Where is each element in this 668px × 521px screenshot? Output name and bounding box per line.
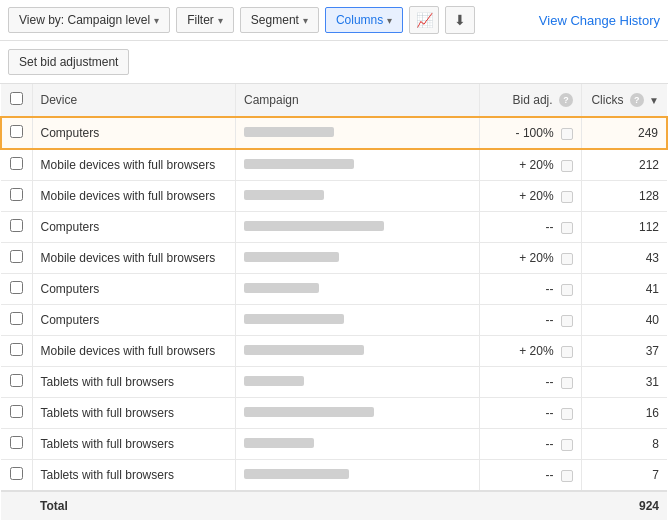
footer-label-cell: Total (32, 491, 235, 520)
row-checkbox[interactable] (10, 467, 23, 480)
select-all-checkbox[interactable] (10, 92, 23, 105)
bid-edit-icon[interactable] (561, 377, 573, 389)
columns-button[interactable]: Columns ▾ (325, 7, 403, 33)
row-campaign-cell (236, 274, 480, 305)
row-checkbox-cell (1, 274, 32, 305)
row-bid-cell: -- (480, 429, 582, 460)
filter-button[interactable]: Filter ▾ (176, 7, 234, 33)
row-checkbox[interactable] (10, 343, 23, 356)
table-row: Tablets with full browsers -- 16 (1, 398, 667, 429)
bid-edit-icon[interactable] (561, 315, 573, 327)
table-row: Computers -- 112 (1, 212, 667, 243)
row-campaign-cell (236, 181, 480, 212)
row-bid-cell: -- (480, 305, 582, 336)
row-bid-cell: -- (480, 367, 582, 398)
bid-edit-icon[interactable] (561, 160, 573, 172)
row-checkbox-cell (1, 243, 32, 274)
row-device-cell: Computers (32, 212, 235, 243)
campaign-bar (244, 252, 339, 262)
campaign-bar (244, 345, 364, 355)
row-checkbox-cell (1, 212, 32, 243)
row-device-cell: Mobile devices with full browsers (32, 336, 235, 367)
row-bid-cell: + 20% (480, 149, 582, 181)
row-clicks-cell: 41 (581, 274, 667, 305)
row-campaign-cell (236, 243, 480, 274)
row-clicks-cell: 249 (581, 117, 667, 149)
row-checkbox[interactable] (10, 374, 23, 387)
bid-edit-icon[interactable] (561, 470, 573, 482)
row-checkbox-cell (1, 460, 32, 492)
bid-edit-icon[interactable] (561, 439, 573, 451)
row-checkbox[interactable] (10, 125, 23, 138)
row-checkbox[interactable] (10, 188, 23, 201)
bid-adj-help-icon[interactable]: ? (559, 93, 573, 107)
row-clicks-cell: 37 (581, 336, 667, 367)
bid-edit-icon[interactable] (561, 284, 573, 296)
table-footer-row: Total 924 (1, 491, 667, 520)
row-device-cell: Tablets with full browsers (32, 429, 235, 460)
view-change-history-link[interactable]: View Change History (539, 13, 660, 28)
chart-icon: 📈 (416, 12, 433, 28)
row-device-cell: Tablets with full browsers (32, 367, 235, 398)
row-checkbox-cell (1, 429, 32, 460)
data-table: Device Campaign Bid adj. ? Clicks ? ▼ (0, 84, 668, 520)
row-device-cell: Tablets with full browsers (32, 460, 235, 492)
sub-toolbar: Set bid adjustment (0, 41, 668, 84)
bid-edit-icon[interactable] (561, 253, 573, 265)
footer-clicks-cell: 924 (581, 491, 667, 520)
segment-label: Segment (251, 13, 299, 27)
campaign-bar (244, 283, 319, 293)
clicks-help-icon[interactable]: ? (630, 93, 644, 107)
row-clicks-cell: 128 (581, 181, 667, 212)
row-checkbox[interactable] (10, 250, 23, 263)
row-bid-cell: + 20% (480, 181, 582, 212)
row-checkbox-cell (1, 181, 32, 212)
header-checkbox-col (1, 84, 32, 117)
row-clicks-cell: 16 (581, 398, 667, 429)
footer-campaign-cell (236, 491, 480, 520)
campaign-bar (244, 469, 349, 479)
table-row: Computers - 100% 249 (1, 117, 667, 149)
bid-edit-icon[interactable] (561, 408, 573, 420)
table-body: Computers - 100% 249 Mobile devices with… (1, 117, 667, 491)
table-row: Tablets with full browsers -- 31 (1, 367, 667, 398)
download-icon-button[interactable]: ⬇ (445, 6, 475, 34)
row-campaign-cell (236, 398, 480, 429)
footer-bid-cell (480, 491, 582, 520)
row-checkbox[interactable] (10, 157, 23, 170)
columns-label: Columns (336, 13, 383, 27)
bid-edit-icon[interactable] (561, 222, 573, 234)
table-row: Mobile devices with full browsers + 20% … (1, 149, 667, 181)
row-clicks-cell: 43 (581, 243, 667, 274)
columns-chevron-icon: ▾ (387, 15, 392, 26)
row-checkbox[interactable] (10, 281, 23, 294)
row-bid-cell: -- (480, 212, 582, 243)
row-checkbox[interactable] (10, 436, 23, 449)
row-clicks-cell: 31 (581, 367, 667, 398)
table-row: Tablets with full browsers -- 7 (1, 460, 667, 492)
chart-icon-button[interactable]: 📈 (409, 6, 439, 34)
row-checkbox[interactable] (10, 312, 23, 325)
bid-edit-icon[interactable] (561, 346, 573, 358)
row-campaign-cell (236, 460, 480, 492)
main-toolbar: View by: Campaign level ▾ Filter ▾ Segme… (0, 0, 668, 41)
table-row: Mobile devices with full browsers + 20% … (1, 336, 667, 367)
set-bid-button[interactable]: Set bid adjustment (8, 49, 129, 75)
view-by-button[interactable]: View by: Campaign level ▾ (8, 7, 170, 33)
row-clicks-cell: 212 (581, 149, 667, 181)
campaign-bar (244, 221, 384, 231)
row-device-cell: Mobile devices with full browsers (32, 149, 235, 181)
bid-edit-icon[interactable] (561, 191, 573, 203)
row-bid-cell: + 20% (480, 243, 582, 274)
segment-button[interactable]: Segment ▾ (240, 7, 319, 33)
row-campaign-cell (236, 212, 480, 243)
table-row: Computers -- 41 (1, 274, 667, 305)
bid-edit-icon[interactable] (561, 128, 573, 140)
clicks-sort-icon[interactable]: ▼ (649, 95, 659, 106)
row-checkbox[interactable] (10, 405, 23, 418)
row-device-cell: Computers (32, 117, 235, 149)
row-checkbox-cell (1, 149, 32, 181)
row-checkbox[interactable] (10, 219, 23, 232)
row-clicks-cell: 112 (581, 212, 667, 243)
table-row: Mobile devices with full browsers + 20% … (1, 243, 667, 274)
